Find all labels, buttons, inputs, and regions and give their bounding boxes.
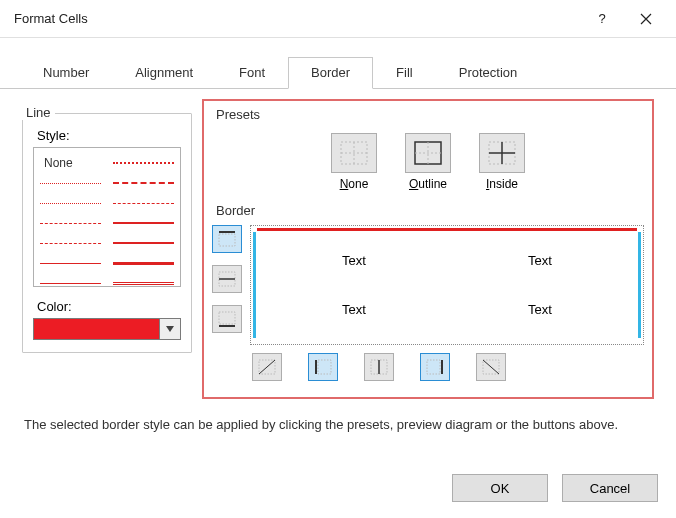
border-top-button[interactable]: [212, 225, 242, 253]
diag-down-icon: [481, 358, 501, 376]
border-group-label: Border: [212, 203, 259, 218]
help-text: The selected border style can be applied…: [0, 399, 676, 432]
window-title: Format Cells: [14, 11, 88, 26]
style-none[interactable]: None: [40, 156, 101, 170]
svg-rect-10: [219, 234, 235, 246]
style-option[interactable]: [40, 183, 101, 184]
style-option[interactable]: [113, 162, 174, 164]
preset-inside-icon: [488, 141, 516, 165]
style-option[interactable]: [113, 222, 174, 224]
highlighted-region: Presets None Outline: [202, 99, 654, 399]
border-diag-down-button[interactable]: [476, 353, 506, 381]
style-option[interactable]: [40, 223, 101, 224]
close-button[interactable]: [624, 3, 668, 35]
style-option[interactable]: [40, 203, 101, 204]
border-left-icon: [313, 358, 333, 376]
svg-rect-13: [219, 312, 235, 324]
style-option[interactable]: [40, 243, 101, 244]
preset-outline-button[interactable]: [405, 133, 451, 173]
tab-alignment[interactable]: Alignment: [112, 57, 216, 89]
preset-outline-label: Outline: [405, 177, 451, 191]
preview-top-edge: [257, 228, 637, 231]
preset-none-button[interactable]: [331, 133, 377, 173]
border-top-icon: [217, 230, 237, 248]
border-left-button[interactable]: [308, 353, 338, 381]
ok-button[interactable]: OK: [452, 474, 548, 502]
preview-cell: Text: [447, 236, 633, 285]
tab-protection[interactable]: Protection: [436, 57, 541, 89]
cancel-button[interactable]: Cancel: [562, 474, 658, 502]
titlebar: Format Cells ?: [0, 0, 676, 38]
border-bottom-button[interactable]: [212, 305, 242, 333]
border-mid-h-icon: [217, 270, 237, 288]
svg-line-16: [259, 360, 275, 374]
style-option[interactable]: [113, 282, 174, 285]
preset-inside-button[interactable]: [479, 133, 525, 173]
style-option[interactable]: [40, 283, 101, 284]
preset-none-icon: [340, 141, 368, 165]
tab-border[interactable]: Border: [288, 57, 373, 89]
format-cells-dialog: Format Cells ? Number Alignment Font Bor…: [0, 0, 676, 518]
border-right-button[interactable]: [420, 353, 450, 381]
line-group: Style: None Color:: [22, 113, 192, 353]
tab-number[interactable]: Number: [20, 57, 112, 89]
style-label: Style:: [37, 128, 181, 143]
style-option[interactable]: [113, 182, 174, 184]
style-option[interactable]: [113, 242, 174, 244]
presets-row: None Outline Inside: [212, 123, 644, 197]
presets-group-label: Presets: [212, 107, 264, 122]
diag-up-icon: [257, 358, 277, 376]
tab-strip: Number Alignment Font Border Fill Protec…: [0, 38, 676, 89]
style-option[interactable]: [113, 262, 174, 265]
border-bottom-icon: [217, 310, 237, 328]
color-label: Color:: [37, 299, 181, 314]
border-preview[interactable]: Text Text Text Text: [250, 225, 644, 345]
tab-font[interactable]: Font: [216, 57, 288, 89]
preset-outline-icon: [414, 141, 442, 165]
style-option[interactable]: [113, 203, 174, 204]
style-listbox[interactable]: None: [33, 147, 181, 287]
preview-cell: Text: [261, 236, 447, 285]
svg-rect-21: [427, 360, 440, 374]
color-swatch[interactable]: [33, 318, 160, 340]
color-dropdown-button[interactable]: [160, 318, 181, 340]
preset-none-label: None: [331, 177, 377, 191]
preview-cell: Text: [261, 285, 447, 334]
line-group-label: Line: [22, 105, 55, 120]
preview-left-edge: [253, 232, 256, 338]
border-right-icon: [425, 358, 445, 376]
preview-cell: Text: [447, 285, 633, 334]
preview-right-edge: [638, 232, 641, 338]
border-diag-up-button[interactable]: [252, 353, 282, 381]
border-middle-v-button[interactable]: [364, 353, 394, 381]
border-middle-h-button[interactable]: [212, 265, 242, 293]
preset-inside-label: Inside: [479, 177, 525, 191]
svg-rect-18: [318, 360, 331, 374]
style-option[interactable]: [40, 263, 101, 264]
tab-fill[interactable]: Fill: [373, 57, 436, 89]
svg-line-24: [483, 360, 499, 374]
help-button[interactable]: ?: [580, 3, 624, 35]
border-mid-v-icon: [369, 358, 389, 376]
